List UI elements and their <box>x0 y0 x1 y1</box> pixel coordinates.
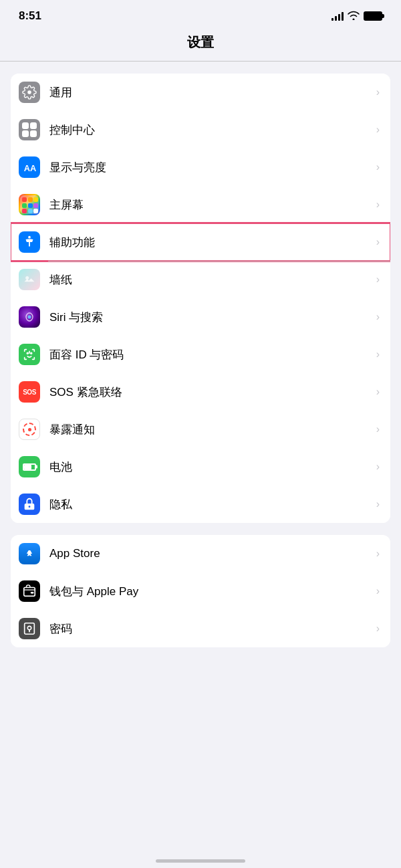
top-divider <box>0 61 401 62</box>
battery-row-icon-wrap <box>19 456 40 477</box>
signal-icon <box>331 11 344 21</box>
homescreen-chevron: › <box>376 199 380 211</box>
appstore-icon <box>19 543 40 564</box>
appstore-chevron: › <box>376 548 380 560</box>
wallpaper-chevron: › <box>376 274 380 286</box>
battery-icon <box>364 11 382 21</box>
password-label: 密码 <box>49 621 376 637</box>
settings-row-general[interactable]: 通用 › <box>11 74 390 111</box>
page-title-bar: 设置 <box>0 28 401 61</box>
svg-rect-8 <box>24 588 35 596</box>
siri-label: Siri 与搜索 <box>49 310 376 325</box>
control-center-icon <box>19 119 40 140</box>
settings-row-wallpaper[interactable]: 墙纸 › <box>11 261 390 298</box>
settings-row-exposure[interactable]: 暴露通知 › <box>11 411 390 448</box>
wallet-chevron: › <box>376 585 380 597</box>
sos-label: SOS 紧急联络 <box>49 385 376 400</box>
status-bar: 8:51 <box>0 0 401 28</box>
settings-row-faceid[interactable]: 面容 ID 与密码 › <box>11 336 390 373</box>
accessibility-icon <box>19 231 40 253</box>
exposure-label: 暴露通知 <box>49 422 376 437</box>
gear-icon <box>19 82 40 103</box>
homescreen-icon <box>19 194 40 215</box>
exposure-chevron: › <box>376 423 380 435</box>
settings-row-appstore[interactable]: App Store › <box>11 535 390 572</box>
privacy-label: 隐私 <box>49 497 376 512</box>
home-indicator <box>156 859 245 863</box>
faceid-chevron: › <box>376 348 380 360</box>
wallet-label: 钱包与 Apple Pay <box>49 584 376 599</box>
status-time: 8:51 <box>19 9 41 23</box>
svg-point-1 <box>28 236 31 239</box>
homescreen-label: 主屏幕 <box>49 197 376 213</box>
faceid-icon <box>19 344 40 365</box>
settings-row-sos[interactable]: SOS SOS 紧急联络 › <box>11 373 390 411</box>
svg-point-7 <box>29 506 31 508</box>
settings-row-control-center[interactable]: 控制中心 › <box>11 111 390 148</box>
svg-point-6 <box>31 352 32 354</box>
exposure-icon <box>19 419 40 440</box>
wallpaper-label: 墙纸 <box>49 272 376 288</box>
settings-row-privacy[interactable]: 隐私 › <box>11 485 390 523</box>
control-center-chevron: › <box>376 124 380 136</box>
battery-chevron: › <box>376 461 380 473</box>
settings-group-1: 通用 › 控制中心 › AA 显示与亮度 › <box>11 74 390 523</box>
wallpaper-icon <box>19 269 40 290</box>
control-center-label: 控制中心 <box>49 122 376 138</box>
svg-text:AA: AA <box>24 163 37 173</box>
privacy-icon <box>19 494 40 515</box>
siri-icon <box>19 306 40 328</box>
settings-row-battery[interactable]: 电池 › <box>11 448 390 485</box>
settings-row-password[interactable]: 密码 › <box>11 610 390 647</box>
display-label: 显示与亮度 <box>49 160 376 175</box>
settings-row-wallet[interactable]: 钱包与 Apple Pay › <box>11 572 390 610</box>
general-chevron: › <box>376 86 380 98</box>
accessibility-label: 辅助功能 <box>49 235 376 250</box>
siri-chevron: › <box>376 311 380 323</box>
sos-chevron: › <box>376 386 380 398</box>
page-title: 设置 <box>187 35 214 49</box>
svg-point-5 <box>27 352 28 354</box>
svg-rect-10 <box>25 623 35 635</box>
settings-row-homescreen[interactable]: 主屏幕 › <box>11 186 390 223</box>
display-icon: AA <box>19 156 40 178</box>
svg-rect-9 <box>31 592 34 594</box>
settings-group-2: App Store › 钱包与 Apple Pay › 密码 › <box>11 535 390 647</box>
password-icon <box>19 618 40 639</box>
display-chevron: › <box>376 161 380 173</box>
settings-row-accessibility[interactable]: 辅助功能 › <box>11 223 390 261</box>
status-icons <box>331 11 382 22</box>
appstore-label: App Store <box>49 547 376 560</box>
svg-point-4 <box>28 316 31 319</box>
wifi-icon <box>348 11 360 22</box>
settings-row-siri[interactable]: Siri 与搜索 › <box>11 298 390 336</box>
privacy-chevron: › <box>376 498 380 510</box>
faceid-label: 面容 ID 与密码 <box>49 347 376 362</box>
password-chevron: › <box>376 623 380 635</box>
settings-row-display[interactable]: AA 显示与亮度 › <box>11 148 390 186</box>
wallet-icon <box>19 580 40 602</box>
battery-label: 电池 <box>49 459 376 475</box>
general-label: 通用 <box>49 85 376 100</box>
accessibility-chevron: › <box>376 236 380 248</box>
sos-icon: SOS <box>19 381 40 403</box>
